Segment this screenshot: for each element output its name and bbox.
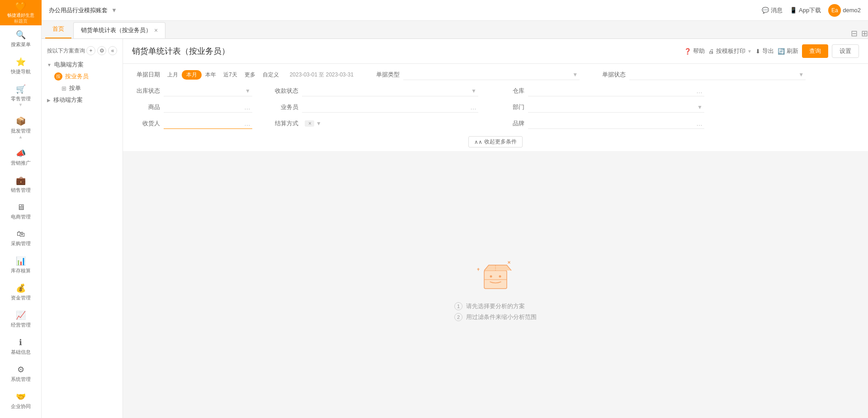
filter-area: 单据日期 上月 本月 本年 近7天 更多 自定义 2023-03-01 至 20… xyxy=(123,64,868,151)
sidebar-item-search[interactable]: 🔍 搜索菜单 xyxy=(0,25,41,52)
sidebar-label-marketing: 营销推广 xyxy=(11,160,31,166)
tree-item-mobile[interactable]: ▶ 移动端方案 xyxy=(42,94,123,106)
sidebar-item-system[interactable]: ⚙ 系统管理 xyxy=(0,360,41,387)
sales-icon: 💼 xyxy=(16,176,26,185)
date-range: 2023-03-01 至 2023-03-31 xyxy=(290,71,354,79)
sidebar-item-basic-info[interactable]: ℹ 基础信息 xyxy=(0,333,41,360)
date-tab-last-7[interactable]: 近7天 xyxy=(220,70,241,80)
doc-status-input[interactable] xyxy=(629,69,806,80)
sidebar-label-basic-info: 基础信息 xyxy=(11,349,31,356)
warehouse-input[interactable] xyxy=(528,86,704,96)
date-tab-this-year[interactable]: 本年 xyxy=(202,70,220,80)
expand-icon: ▼ xyxy=(19,102,23,107)
doc-type-input[interactable] xyxy=(403,69,580,80)
message-icon: 💬 xyxy=(762,7,769,14)
date-tab-custom[interactable]: 自定义 xyxy=(259,70,283,80)
step2-num: 2 xyxy=(454,313,462,321)
filter-goods: 商品 … xyxy=(132,102,252,113)
message-btn[interactable]: 💬 消息 xyxy=(762,6,783,14)
filter-brand: 品牌 … xyxy=(496,118,704,129)
app-download-btn[interactable]: 📱 App下载 xyxy=(790,6,821,14)
sidebar-label-system: 系统管理 xyxy=(11,376,31,383)
sidebar-item-new-guide[interactable]: 🔰 新手引导 xyxy=(0,414,41,418)
sidebar-item-finance[interactable]: 💰 资金管理 xyxy=(0,279,41,306)
window-minimize-btn[interactable]: ⊟ xyxy=(851,28,858,38)
doc-status-wrap: ▼ xyxy=(629,69,806,80)
sidebar-label-inventory: 库存核算 xyxy=(11,267,31,274)
app-download-label: App下载 xyxy=(799,6,821,14)
stock-status-input[interactable] xyxy=(164,86,252,96)
main-area: 办公用品行业模拟账套 ▼ 💬 消息 📱 App下载 Ea demo2 xyxy=(42,0,868,418)
sidebar-item-inventory[interactable]: 📊 库存核算 xyxy=(0,252,41,279)
refresh-btn[interactable]: 🔄 刷新 xyxy=(778,47,798,55)
brand-wrap: … xyxy=(528,118,704,129)
sidebar-label-ecommerce: 电商管理 xyxy=(11,214,31,220)
query-btn[interactable]: 查询 xyxy=(802,44,828,58)
tab-sales-stats-label: 销货单统计表（按业务员） xyxy=(81,26,151,34)
sidebar-item-operations[interactable]: 📈 经营管理 xyxy=(0,306,41,333)
empty-illustration xyxy=(473,248,518,293)
settle-clear-btn[interactable]: × xyxy=(308,120,311,127)
tree-sub-item-by-salesman[interactable]: 按 按业务员 xyxy=(42,71,123,82)
print-btn[interactable]: 🖨 按模板打印 ▼ xyxy=(708,47,752,55)
filter-row-3: 商品 … 业务员 … xyxy=(132,102,859,113)
page-title-row: 销货单统计表（按业务员） ❓ 帮助 🖨 按模板打印 ▼ xyxy=(132,44,859,58)
receiver-input[interactable] xyxy=(164,118,252,129)
sidebar-item-retail[interactable]: 🛒 零售管理 ▼ xyxy=(0,80,41,112)
date-tab-this-month[interactable]: 本月 xyxy=(182,70,202,80)
expand-desktop-icon: ▼ xyxy=(47,62,52,67)
add-scheme-btn[interactable]: + xyxy=(86,46,95,55)
help-btn[interactable]: ❓ 帮助 xyxy=(684,47,705,55)
user-menu[interactable]: Ea demo2 xyxy=(828,4,861,17)
sidebar-item-ecommerce[interactable]: 🖥 电商管理 xyxy=(0,198,41,225)
sidebar-item-purchase[interactable]: 🛍 采购管理 xyxy=(0,225,41,252)
svg-point-7 xyxy=(490,276,492,278)
window-maximize-btn[interactable]: ⊞ xyxy=(861,28,868,38)
date-tab-more[interactable]: 更多 xyxy=(241,70,259,80)
stock-status-label: 出库状态 xyxy=(132,87,164,95)
filter-warehouse: 仓库 … xyxy=(496,86,704,96)
workspace-dropdown-icon[interactable]: ▼ xyxy=(111,7,117,14)
sidebar-item-wholesale[interactable]: 📦 批发管理 ▲ xyxy=(0,112,41,144)
pay-status-input[interactable] xyxy=(302,86,478,96)
tree-item-desktop[interactable]: ▼ 电脑端方案 xyxy=(42,59,123,71)
warehouse-wrap: … xyxy=(528,86,704,96)
help-icon: ❓ xyxy=(684,48,691,55)
tab-home[interactable]: 首页 xyxy=(45,20,71,38)
sidebar-item-enterprise[interactable]: 🤝 企业协同 xyxy=(0,387,41,414)
enterprise-icon: 🤝 xyxy=(16,392,26,402)
filter-row-2: 出库状态 ▼ 收款状态 ▼ xyxy=(132,86,859,96)
goods-wrap: … xyxy=(164,102,252,113)
app-logo[interactable]: 🧡 畅捷通好生意 标题页 xyxy=(0,0,42,25)
doc-type-wrap: ▼ xyxy=(403,69,580,80)
collapse-conditions-btn[interactable]: ∧∧ 收起更多条件 xyxy=(468,136,523,147)
page-header: 销货单统计表（按业务员） ❓ 帮助 🖨 按模板打印 ▼ xyxy=(123,39,868,64)
goods-input[interactable] xyxy=(164,102,252,113)
logo-icon: 🧡 xyxy=(15,1,26,12)
settings-scheme-btn[interactable]: ⚙ xyxy=(97,46,106,55)
settings-btn[interactable]: 设置 xyxy=(832,44,859,58)
dept-input[interactable] xyxy=(528,102,704,113)
date-tab-last-month[interactable]: 上月 xyxy=(164,70,182,80)
export-icon: ⬇ xyxy=(755,48,760,55)
date-tabs: 上月 本月 本年 近7天 更多 自定义 xyxy=(164,70,283,80)
export-btn[interactable]: ⬇ 导出 xyxy=(755,47,774,55)
brand-input[interactable] xyxy=(528,118,704,129)
tab-sales-stats[interactable]: 销货单统计表（按业务员） × xyxy=(73,22,165,38)
sidebar-item-sales[interactable]: 💼 销售管理 xyxy=(0,171,41,198)
message-label: 消息 xyxy=(771,6,783,14)
tree-sub-sub-item-by-order[interactable]: ⊞ 按单 xyxy=(42,82,123,94)
collapse-label: 收起更多条件 xyxy=(484,138,517,146)
sidebar-item-quick-nav[interactable]: ⭐ 快捷导航 xyxy=(0,52,41,80)
app-download-icon: 📱 xyxy=(790,7,797,14)
salesman-input[interactable] xyxy=(302,102,478,113)
sidebar-item-marketing[interactable]: 📣 营销推广 xyxy=(0,144,41,171)
filter-doc-status: 单据状态 ▼ xyxy=(598,69,806,80)
tab-close-icon[interactable]: × xyxy=(154,27,158,34)
scheme-avatar: 按 xyxy=(54,72,62,81)
empty-state: 1 请先选择要分析的方案 2 用过滤条件来缩小分析范围 xyxy=(123,151,868,418)
expand-icon2: ▲ xyxy=(19,134,23,139)
collapse-panel-btn[interactable]: « xyxy=(108,46,117,55)
ecommerce-icon: 🖥 xyxy=(17,203,25,212)
expand-mobile-icon: ▶ xyxy=(47,98,51,103)
